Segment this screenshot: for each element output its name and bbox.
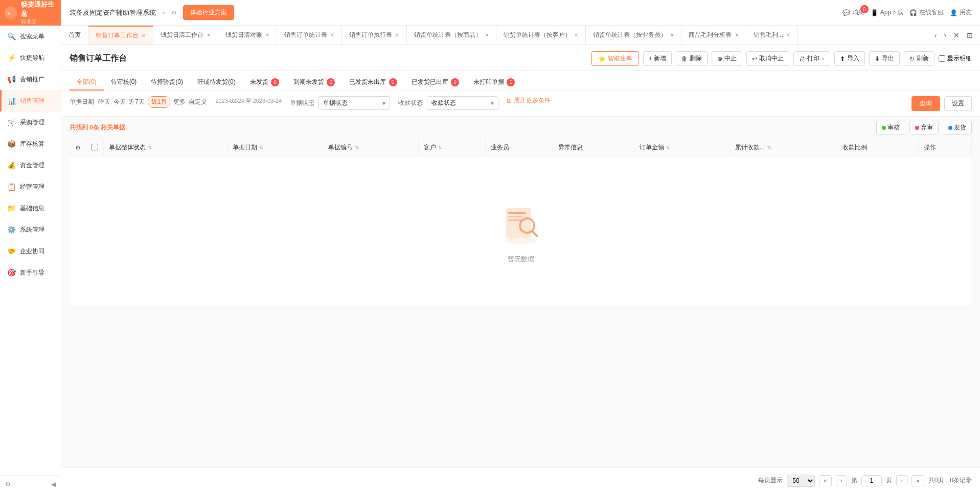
settings-icon[interactable]: ⚙ <box>5 481 11 488</box>
tabs-prev-btn[interactable]: ‹ <box>931 29 940 41</box>
sidebar-item-guide[interactable]: 🎯 新手引导 <box>0 262 61 283</box>
tab-sales-exec[interactable]: 销售订单执行表 ✕ <box>342 26 407 45</box>
first-page-btn[interactable]: « <box>819 475 832 486</box>
tab-close-5[interactable]: ✕ <box>395 33 399 38</box>
message-btn[interactable]: 💬 消息 6 <box>842 8 864 17</box>
tab-sales-stats[interactable]: 销售订单统计表 ✕ <box>277 26 342 45</box>
add-btn[interactable]: + 新增 <box>643 51 672 66</box>
tab-home[interactable]: 首页 <box>61 26 88 45</box>
ship-btn[interactable]: 发货 <box>943 121 972 135</box>
tab-daily-clearing[interactable]: 钱货日清工作台 ✕ <box>153 26 218 45</box>
sort-icon-status[interactable]: ⇅ <box>148 145 152 150</box>
sidebar-item-management[interactable]: 📋 经营管理 <box>0 176 61 197</box>
smart-generate-btn[interactable]: ⭐ 智能生单 <box>591 51 639 66</box>
last-page-btn[interactable]: » <box>911 475 924 486</box>
sidebar-item-sales[interactable]: 📊 销售管理 <box>0 90 61 111</box>
import-btn[interactable]: ⬆ 导入 <box>834 51 865 66</box>
page-number-input[interactable] <box>861 475 882 486</box>
stop-btn[interactable]: ⊗ 中止 <box>712 51 742 66</box>
tabs-next-btn[interactable]: › <box>941 29 949 41</box>
sub-tab-not-shipped[interactable]: 未发货 0 <box>243 75 286 91</box>
query-btn[interactable]: 查询 <box>911 96 940 111</box>
sidebar-item-system[interactable]: ⚙️ 系统管理 <box>0 219 61 240</box>
tab-close-6[interactable]: ✕ <box>485 33 489 38</box>
tab-close-10[interactable]: ✕ <box>786 33 790 38</box>
refresh-btn[interactable]: ↻ 刷新 <box>904 51 935 66</box>
tab-close-8[interactable]: ✕ <box>670 33 674 38</box>
tabs-expand-btn[interactable]: ⊡ <box>964 29 976 41</box>
pagination: 每页显示 50 100 200 « ‹ 第 页 › » 共0页，0条记录 <box>61 467 980 493</box>
tab-sales-staff[interactable]: 销货单统计表（按业务员） ✕ <box>586 26 681 45</box>
tab-close-3[interactable]: ✕ <box>265 33 269 38</box>
sub-tab-shipped-not-out[interactable]: 已发货未出库 0 <box>342 75 404 91</box>
sidebar-item-inventory[interactable]: 📦 库存核算 <box>0 133 61 154</box>
date-btn-1month[interactable]: 近1月 <box>148 96 171 108</box>
tab-reconciliation[interactable]: 钱货日清对账 ✕ <box>218 26 277 45</box>
user-btn[interactable]: 👤 用友 <box>950 8 972 17</box>
date-btn-7days[interactable]: 近7天 <box>129 98 145 106</box>
sub-tab-not-printed[interactable]: 未打印单据 0 <box>466 75 522 91</box>
sidebar-item-search[interactable]: 🔍 搜索菜单 <box>0 26 61 47</box>
sort-icon-amount[interactable]: ⇅ <box>666 145 670 150</box>
review-btn[interactable]: 审核 <box>876 121 905 135</box>
quick-nav-icon: ⚡ <box>7 53 16 62</box>
sort-icon-customer[interactable]: ⇅ <box>438 145 442 150</box>
filter-setting-btn[interactable]: 设置 <box>944 96 972 111</box>
sort-icon-no[interactable]: ⇅ <box>355 145 359 150</box>
date-btn-yesterday[interactable]: 昨天 <box>98 98 110 106</box>
sub-tab-shop-pending[interactable]: 旺铺待发货(0) <box>190 75 243 91</box>
tab-sales-gross[interactable]: 销售毛利... ✕ <box>746 26 798 45</box>
tab-close-2[interactable]: ✕ <box>207 33 211 38</box>
online-service-btn[interactable]: 🎧 在线客服 <box>909 8 944 17</box>
tab-close-9[interactable]: ✕ <box>735 33 739 38</box>
per-page-select[interactable]: 50 100 200 <box>787 475 815 487</box>
tab-close-4[interactable]: ✕ <box>330 33 334 38</box>
sidebar-item-cooperation[interactable]: 🤝 企业协同 <box>0 240 61 262</box>
sort-icon-collected[interactable]: ⇅ <box>767 145 771 150</box>
select-all-checkbox[interactable] <box>92 144 98 150</box>
show-detail-checkbox[interactable]: 显示明细 <box>939 54 972 63</box>
sidebar-item-finance[interactable]: 💰 资金管理 <box>0 154 61 176</box>
sub-tab-all[interactable]: 全部(0) <box>70 75 104 91</box>
sidebar-item-basic-info[interactable]: 📁 基础信息 <box>0 197 61 219</box>
tab-sales-order-workbench[interactable]: 销售订单工作台 ✕ <box>88 26 153 45</box>
sort-icon-date[interactable]: ⇅ <box>259 145 263 150</box>
sidebar-item-marketing[interactable]: 📢 营销推广 <box>0 69 61 90</box>
show-detail-input[interactable] <box>939 55 945 62</box>
status-select[interactable]: 单据状态 ▾ <box>318 96 390 110</box>
prev-page-btn[interactable]: ‹ <box>836 475 847 486</box>
expand-filter-btn[interactable]: ⊞ 展开更多条件 <box>507 96 551 105</box>
tab-close-1[interactable]: ✕ <box>142 33 146 38</box>
tab-sales-product[interactable]: 销货单统计表（按商品） ✕ <box>407 26 496 45</box>
export-btn[interactable]: ⬇ 导出 <box>869 51 900 66</box>
abandon-review-btn[interactable]: 弃审 <box>909 121 939 135</box>
settings-icon[interactable]: ⚙ <box>75 144 81 151</box>
user-icon: 👤 <box>950 9 958 16</box>
tab-sales-customer[interactable]: 销货单统计表（按客户） ✕ <box>496 26 586 45</box>
tab-gross-margin[interactable]: 商品毛利分析表 ✕ <box>681 26 746 45</box>
th-settings[interactable]: ⚙ <box>70 139 86 156</box>
app-download-btn[interactable]: 📱 App下载 <box>871 8 903 17</box>
th-checkbox[interactable] <box>86 139 104 156</box>
sidebar-item-quick-nav[interactable]: ⚡ 快捷导航 <box>0 47 61 69</box>
sub-tab-shipped-out[interactable]: 已发货已出库 0 <box>404 75 466 91</box>
date-btn-custom[interactable]: 自定义 <box>189 98 207 106</box>
sub-tab-pending-check[interactable]: 待择验货(0) <box>144 75 190 91</box>
sub-tab-overdue-not-shipped[interactable]: 到期未发货 0 <box>286 75 342 91</box>
print-btn[interactable]: 🖨 打印 ▾ <box>793 51 830 66</box>
next-page-btn[interactable]: › <box>896 475 907 486</box>
collapse-icon[interactable]: ◀ <box>51 481 56 488</box>
payment-select[interactable]: 收款状态 ▾ <box>427 96 498 110</box>
tab-close-7[interactable]: ✕ <box>574 33 578 38</box>
experience-btn[interactable]: 体验行业方案 <box>183 5 234 20</box>
delete-btn[interactable]: 🗑 删除 <box>676 51 708 66</box>
sidebar-item-purchase[interactable]: 🛒 采购管理 <box>0 111 61 133</box>
sub-tab-pending-review[interactable]: 待审核(0) <box>104 75 144 91</box>
date-btn-more[interactable]: 更多 <box>173 98 186 106</box>
date-btn-today[interactable]: 今天 <box>113 98 126 106</box>
topbar-settings-icon[interactable]: ⚙ <box>171 9 177 16</box>
page-label: 第 <box>851 476 857 485</box>
import-icon: ⬆ <box>840 55 845 62</box>
tabs-close-all-btn[interactable]: ✕ <box>950 29 963 41</box>
cancel-stop-btn[interactable]: ↩ 取消中止 <box>746 51 789 66</box>
